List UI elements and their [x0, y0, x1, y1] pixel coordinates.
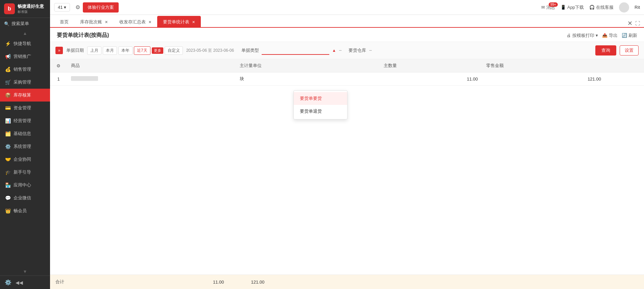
print-button[interactable]: 🖨 按模板打印 ▾ [567, 32, 598, 39]
tab-bar: 首页 库存批次账 ✕ 收发存汇总表 ✕ 要货单统计表 ✕ ✕ ⛶ [50, 15, 644, 28]
operation-icon: 📊 [5, 118, 11, 124]
date-btn-ben-yue[interactable]: 本月 [103, 46, 117, 55]
top-header: 41 ▾ ⚙ 体验行业方案 ✉ 消息 99+ 📱 App下载 🎧 在线客服 Ri… [50, 0, 644, 15]
date-btn-custom[interactable]: 自定义 [165, 46, 183, 55]
tab-order-summary[interactable]: 要货单统计表 ✕ [157, 16, 201, 28]
avatar [619, 2, 629, 13]
tab-home[interactable]: 首页 [54, 16, 74, 28]
refresh-button[interactable]: 🔄 刷新 [622, 32, 637, 39]
quick-nav-icon: ⚡ [5, 41, 11, 47]
type-dropdown: 要货单要货 要货单退货 [293, 90, 348, 119]
system-icon: ⚙️ [5, 143, 11, 150]
tab-close-receivable-summary[interactable]: ✕ [148, 20, 151, 24]
setup-button[interactable]: 设置 [620, 45, 639, 55]
sidebar-item-inventory[interactable]: 📦 库存核算 [0, 89, 50, 102]
page-title: 要货单统计表(按商品) [57, 32, 109, 39]
app-download-button[interactable]: 📱 App下载 [560, 4, 584, 10]
header-right: ✉ 消息 99+ 📱 App下载 🎧 在线客服 Rit [541, 2, 640, 13]
row-unit: 块 [236, 72, 380, 86]
type-more-options[interactable]: ··· [339, 47, 341, 53]
sidebar-item-member[interactable]: 👑 畅会员 [0, 204, 50, 217]
sidebar-item-appstore[interactable]: 🏪 应用中心 [0, 179, 50, 192]
row-seq: 1 [50, 72, 67, 86]
sidebar-item-basic[interactable]: 🗂️ 基础信息 [0, 127, 50, 140]
service-icon: 🎧 [589, 5, 595, 10]
sales-icon: 💰 [5, 66, 11, 72]
sidebar-item-purchase[interactable]: 🛒 采购管理 [0, 76, 50, 89]
date-range-display: 2023-05-06 至 2023-06-06 [186, 48, 234, 53]
query-button[interactable]: 查询 [595, 45, 616, 55]
tab-bar-right: ✕ ⛶ [627, 20, 640, 27]
store-selector[interactable]: 41 ▾ [54, 3, 70, 12]
print-dropdown-icon: ▾ [596, 33, 598, 38]
dropdown-item-tuihuo[interactable]: 要货单退货 [294, 105, 347, 118]
col-extra [605, 59, 644, 72]
tab-inventory-batch[interactable]: 库存批次账 ✕ [74, 16, 114, 28]
row-extra [605, 72, 644, 86]
trial-button[interactable]: 体验行业方案 [83, 2, 119, 13]
product-placeholder [71, 76, 98, 81]
data-table: ⚙ 商品 主计量单位 主数量 零售金额 1 [50, 59, 644, 86]
footer-label: 合计 [55, 279, 64, 285]
type-chevron-icon[interactable]: ▲ [332, 48, 336, 53]
sidebar-settings-icon[interactable]: ⚙️ [5, 279, 11, 286]
warehouse-section: 要货仓库 ··· [349, 47, 371, 53]
sidebar-nav: ⚡ 快捷导航 📢 营销推广 💰 销售管理 🛒 采购管理 📦 库存核算 💳 资金管… [0, 37, 50, 268]
dropdown-item-yaohuo[interactable]: 要货单要货 [294, 92, 347, 105]
filter-bar: » 单据日期 上月 本月 本年 近7天 更多 自定义 2023-05-06 至 … [50, 42, 644, 59]
sidebar-bottom: ⚙️ ◀◀ [0, 275, 50, 289]
page-actions: 🖨 按模板打印 ▾ 📤 导出 🔄 刷新 [567, 32, 637, 39]
tab-close-order-summary[interactable]: ✕ [192, 20, 195, 24]
sidebar-item-marketing[interactable]: 📢 营销推广 [0, 50, 50, 63]
col-settings[interactable]: ⚙ [50, 59, 67, 72]
sidebar-item-wechat[interactable]: 💬 企业微信 [0, 192, 50, 204]
user-name[interactable]: Rit [635, 5, 640, 10]
sidebar-collapse-button[interactable]: ◀◀ [16, 280, 23, 285]
store-dropdown-icon: ▾ [64, 5, 66, 10]
refresh-icon: 🔄 [622, 33, 627, 38]
app-icon: 📱 [560, 5, 566, 10]
filter-expand-button[interactable]: » [55, 47, 63, 54]
date-btn-jin7[interactable]: 近7天 [134, 46, 150, 55]
sidebar-scroll-down[interactable]: ▼ [0, 268, 50, 275]
header-settings-icon[interactable]: ⚙ [75, 4, 80, 10]
date-btn-shang-yue[interactable]: 上月 [87, 46, 101, 55]
sidebar-item-system[interactable]: ⚙️ 系统管理 [0, 140, 50, 153]
footer-quantity: 11.00 [213, 280, 224, 285]
tab-receivable-summary[interactable]: 收发存汇总表 ✕ [114, 16, 157, 28]
date-btn-ben-nian[interactable]: 本年 [118, 46, 133, 55]
guide-icon: 🎓 [5, 169, 11, 175]
tab-close-inventory-batch[interactable]: ✕ [105, 20, 108, 24]
sidebar-search[interactable]: 🔍 搜索菜单 [0, 18, 50, 29]
table-footer: 合计 11.00 121.00 [50, 274, 644, 289]
sidebar-item-guide[interactable]: 🎓 新手引导 [0, 166, 50, 179]
type-label: 单据类型 [241, 47, 259, 53]
date-btn-more[interactable]: 更多 [152, 47, 163, 54]
message-button[interactable]: ✉ 消息 99+ [541, 4, 555, 10]
tab-bar-close-all[interactable]: ✕ [627, 20, 633, 27]
warehouse-label: 要货仓库 [349, 47, 366, 53]
tab-bar-expand[interactable]: ⛶ [635, 21, 640, 26]
service-button[interactable]: 🎧 在线客服 [589, 4, 614, 10]
col-product: 商品 [67, 59, 236, 72]
sidebar-scroll-up[interactable]: ▲ [0, 29, 50, 37]
sidebar-item-quick-nav[interactable]: ⚡ 快捷导航 [0, 37, 50, 50]
col-amount: 零售金额 [482, 59, 605, 72]
search-icon: 🔍 [4, 21, 9, 26]
warehouse-more-options[interactable]: ··· [369, 47, 371, 53]
sidebar-item-finance[interactable]: 💳 资金管理 [0, 102, 50, 114]
marketing-icon: 📢 [5, 53, 11, 60]
col-quantity: 主数量 [380, 59, 482, 72]
header-left: 41 ▾ ⚙ 体验行业方案 [54, 2, 119, 13]
sidebar-item-sales[interactable]: 💰 销售管理 [0, 63, 50, 76]
inventory-icon: 📦 [5, 92, 11, 98]
column-settings-icon[interactable]: ⚙ [56, 63, 61, 68]
sidebar-logo: b 畅捷通好生意 标准版 [0, 0, 50, 18]
sidebar-item-operation[interactable]: 📊 经营管理 [0, 114, 50, 127]
type-input[interactable] [262, 46, 329, 55]
row-product [67, 72, 236, 86]
footer-amount: 121.00 [251, 280, 265, 285]
export-button[interactable]: 📤 导出 [602, 32, 618, 39]
print-icon: 🖨 [567, 33, 571, 38]
sidebar-item-enterprise[interactable]: 🤝 企业协同 [0, 153, 50, 166]
